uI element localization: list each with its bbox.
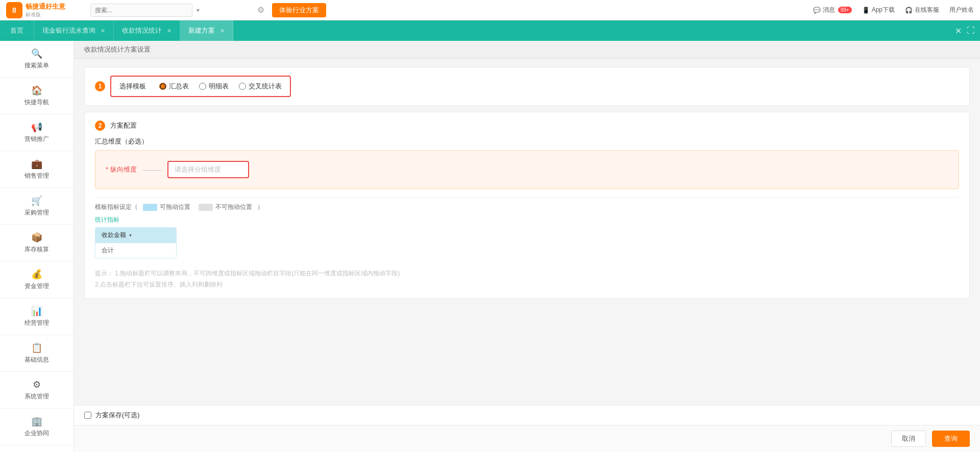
- message-label: 消息: [823, 6, 835, 14]
- tab-maximize-icon[interactable]: ⛶: [967, 26, 975, 35]
- logo-sub: 标准版: [26, 11, 65, 18]
- settings-icon[interactable]: ⚙: [254, 3, 268, 17]
- radio-summary-input[interactable]: [159, 83, 166, 90]
- cancel-button[interactable]: 取消: [891, 431, 926, 447]
- stats-table-header[interactable]: 收款金额 ▾: [95, 228, 176, 243]
- metrics-legend: 可拖动位置 不可拖动位置: [143, 203, 252, 211]
- dim-select-placeholder: 请选择分组维度: [175, 165, 221, 173]
- marketing-icon: 📢: [31, 122, 42, 133]
- tab-new-plan[interactable]: 新建方案 ✕: [180, 20, 233, 41]
- service-icon: 🎧: [905, 7, 913, 14]
- sidebar-item-guide[interactable]: 📖 新手引导: [0, 445, 74, 452]
- logo: 8 畅捷通好生意 标准版: [6, 2, 80, 18]
- sidebar-label-base-info: 基础信息: [24, 355, 49, 364]
- dim-row: * 纵向维度 —— 请选择分组维度: [106, 161, 948, 178]
- stats-col-dropdown-icon[interactable]: ▾: [129, 232, 132, 238]
- tab-receipts[interactable]: 收款情况统计 ✕: [114, 20, 180, 41]
- fixed-color-indicator: [199, 204, 213, 211]
- main-layout: 🔍 搜索菜单 🏠 快捷导航 📢 营销推广 💼 销售管理 🛒 采购管理 📦 库存核…: [0, 41, 980, 452]
- sidebar-label-management: 经营管理: [24, 319, 49, 327]
- radio-summary-label: 汇总表: [169, 82, 189, 91]
- dim-arrow-icon: ——: [143, 164, 161, 175]
- page-header-title: 收款情况统计方案设置: [84, 45, 151, 53]
- template-section: 1 选择模板 汇总表 明细表: [84, 67, 970, 106]
- save-label: 方案保存(可选): [95, 411, 140, 420]
- tab-receipts-close[interactable]: ✕: [167, 28, 172, 34]
- service-btn[interactable]: 🎧 在线客服: [905, 6, 939, 14]
- tab-bar-actions: ✕ ⛶: [950, 20, 980, 41]
- plan-config-section: 2 方案配置 汇总维度（必选） * 纵向维度 —— 请选择分组维度: [84, 112, 970, 299]
- inventory-icon: 📦: [31, 232, 42, 243]
- legend-draggable: 可拖动位置: [143, 203, 190, 211]
- download-btn[interactable]: 📱 App下载: [862, 6, 895, 14]
- tab-receipts-label: 收款情况统计: [122, 26, 162, 35]
- sidebar-item-home[interactable]: 🏠 快捷导航: [0, 78, 74, 114]
- dim-area: * 纵向维度 —— 请选择分组维度: [95, 150, 959, 189]
- sidebar-item-finance[interactable]: 💰 资金管理: [0, 261, 74, 298]
- management-icon: 📊: [31, 305, 42, 317]
- finance-icon: 💰: [31, 269, 42, 280]
- step1-number: 1: [95, 81, 105, 91]
- sidebar-label-search: 搜索菜单: [24, 61, 49, 70]
- sidebar-item-sales[interactable]: 💼 销售管理: [0, 151, 74, 188]
- sidebar-label-home: 快捷导航: [24, 98, 49, 107]
- legend-fixed: 不可拖动位置: [199, 203, 252, 211]
- sidebar-item-marketing[interactable]: 📢 营销推广: [0, 114, 74, 151]
- step2-number: 2: [95, 121, 105, 131]
- vertical-dim-label: * 纵向维度: [106, 165, 137, 174]
- radio-cross-label: 交叉统计表: [249, 82, 282, 91]
- radio-cross-input[interactable]: [239, 83, 246, 90]
- save-checkbox[interactable]: [84, 412, 91, 419]
- top-right: 💬 消息 99+ 📱 App下载 🎧 在线客服 用户姓名: [813, 6, 974, 14]
- message-badge: 99+: [838, 7, 852, 13]
- username[interactable]: 用户姓名: [949, 6, 974, 14]
- sidebar-item-system[interactable]: ⚙ 系统管理: [0, 372, 74, 409]
- tab-home-label: 首页: [10, 26, 23, 35]
- search-dropdown-icon[interactable]: ▾: [197, 7, 200, 14]
- draggable-label: 可拖动位置: [160, 203, 190, 211]
- tab-cash-flow-close[interactable]: ✕: [101, 28, 105, 34]
- purchase-icon: 🛒: [31, 195, 42, 206]
- tab-home[interactable]: 首页: [0, 20, 34, 41]
- tip-line2: 2.点击标题栏下拉可设置排序、插入列和删除列: [95, 279, 959, 291]
- radio-summary[interactable]: 汇总表: [159, 82, 189, 91]
- tab-cash-flow-label: 现金银行流水查询: [42, 26, 95, 35]
- sidebar-label-enterprise: 企业协同: [24, 429, 49, 438]
- radio-cross[interactable]: 交叉统计表: [239, 82, 282, 91]
- footer-bar: 取消 查询: [74, 425, 980, 452]
- enterprise-icon: 🏢: [31, 416, 42, 427]
- logo-text-group: 畅捷通好生意 标准版: [26, 2, 65, 18]
- tip-area: 提示： 1.拖动标题栏可以调整布局，不可跨维度或指标区域拖动栏目字段(只能在同一…: [95, 268, 959, 290]
- sidebar-item-search[interactable]: 🔍 搜索菜单: [0, 41, 74, 78]
- stats-table: 收款金额 ▾ 合计: [95, 227, 177, 258]
- dim-select[interactable]: 请选择分组维度: [167, 161, 249, 178]
- stats-col-header: 收款金额: [102, 231, 126, 240]
- metrics-setting-label: 模板指标设定（: [95, 203, 138, 211]
- sidebar-item-management[interactable]: 📊 经营管理: [0, 298, 74, 335]
- stats-section: 统计指标 收款金额 ▾ 合计: [95, 216, 959, 260]
- tab-cash-flow[interactable]: 现金银行流水查询 ✕: [34, 20, 114, 41]
- search-menu-icon: 🔍: [31, 48, 42, 59]
- sidebar-item-purchase[interactable]: 🛒 采购管理: [0, 188, 74, 225]
- tab-new-plan-close[interactable]: ✕: [220, 28, 225, 34]
- sidebar: 🔍 搜索菜单 🏠 快捷导航 📢 营销推广 💼 销售管理 🛒 采购管理 📦 库存核…: [0, 41, 74, 452]
- save-row: 方案保存(可选): [74, 405, 980, 425]
- message-btn[interactable]: 💬 消息 99+: [813, 6, 852, 14]
- page-body: 1 选择模板 汇总表 明细表: [74, 59, 980, 405]
- tip-line1: 提示： 1.拖动标题栏可以调整布局，不可跨维度或指标区域拖动栏目字段(只能在同一…: [95, 268, 959, 279]
- message-icon: 💬: [813, 7, 821, 14]
- tab-close-window-icon[interactable]: ✕: [955, 26, 962, 36]
- search-input[interactable]: [90, 4, 192, 17]
- sidebar-item-inventory[interactable]: 📦 库存核算: [0, 225, 74, 261]
- sales-icon: 💼: [31, 158, 42, 170]
- metrics-title-row: 模板指标设定（ 可拖动位置 不可拖动位置 ）: [95, 203, 959, 211]
- industry-btn[interactable]: 体验行业方案: [272, 3, 326, 17]
- radio-detail-input[interactable]: [199, 83, 206, 90]
- sidebar-item-base-info[interactable]: 📋 基础信息: [0, 335, 74, 372]
- system-icon: ⚙: [33, 379, 41, 390]
- sidebar-label-finance: 资金管理: [24, 282, 49, 291]
- sidebar-item-enterprise[interactable]: 🏢 企业协同: [0, 409, 74, 445]
- query-button[interactable]: 查询: [932, 431, 970, 447]
- sidebar-label-system: 系统管理: [24, 392, 49, 401]
- radio-detail[interactable]: 明细表: [199, 82, 229, 91]
